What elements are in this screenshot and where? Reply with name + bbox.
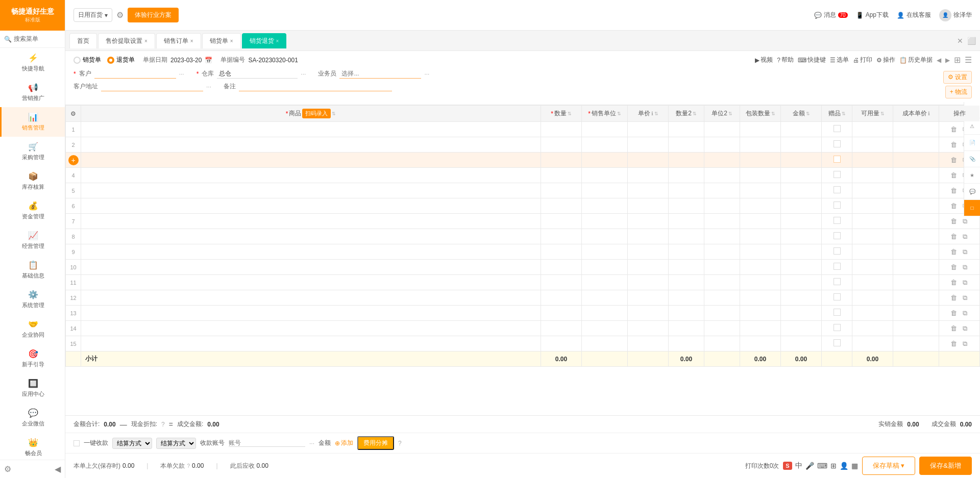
info-icon[interactable]: ℹ xyxy=(928,111,930,116)
copy-icon[interactable]: ⧉ xyxy=(961,263,970,272)
copy-icon[interactable]: ⧉ xyxy=(961,247,970,257)
gift-checkbox[interactable] xyxy=(834,202,841,209)
gift-cell[interactable] xyxy=(822,122,852,137)
delete-icon[interactable]: 🗑 xyxy=(949,232,959,241)
save-draft-btn[interactable]: 保存草稿 ▾ xyxy=(862,457,916,475)
gift-checkbox[interactable] xyxy=(834,125,841,132)
tab-close-icon[interactable]: × xyxy=(276,38,279,44)
sidebar-item-purchase[interactable]: 🛒 采购管理 xyxy=(0,137,65,166)
right-float-attachment[interactable]: 📎 xyxy=(964,151,980,167)
right-float-star[interactable]: ★ xyxy=(964,167,980,184)
available-cell[interactable] xyxy=(852,122,893,137)
sort-icon[interactable]: ⇅ xyxy=(568,111,572,116)
info-icon[interactable]: ℹ xyxy=(651,111,653,116)
gift-checkbox[interactable] xyxy=(834,171,841,178)
tab-close-icon[interactable]: × xyxy=(230,38,233,44)
tab-sale-price[interactable]: 售价提取设置 × xyxy=(98,33,155,48)
sort-icon[interactable]: ⇅ xyxy=(693,111,697,116)
next-icon[interactable]: ▶ xyxy=(945,57,950,64)
delete-icon[interactable]: 🗑 xyxy=(949,140,959,149)
sidebar-item-wechat[interactable]: 💬 企业微信 xyxy=(0,403,65,433)
unit2-cell[interactable] xyxy=(704,122,740,137)
select-btn[interactable]: ☰ 选单 xyxy=(830,56,849,64)
help-circle[interactable]: ? xyxy=(161,421,165,428)
qr-icon[interactable]: ▦ xyxy=(851,462,858,470)
gift-checkbox[interactable] xyxy=(834,278,841,285)
tab-sale-order[interactable]: 销售订单 × xyxy=(156,33,201,48)
amount-cell[interactable] xyxy=(781,122,822,137)
delete-icon[interactable]: 🗑 xyxy=(949,339,959,348)
gift-checkbox[interactable] xyxy=(834,156,841,163)
help-btn[interactable]: ? 帮助 xyxy=(777,56,794,64)
history-btn[interactable]: 📋 历史单据 xyxy=(899,56,933,64)
sidebar-item-basic[interactable]: 📋 基础信息 xyxy=(0,255,65,285)
copy-icon[interactable]: ⧉ xyxy=(961,339,970,348)
add-row-btn[interactable]: + xyxy=(68,155,79,165)
collapse-icon[interactable]: ◀ xyxy=(55,464,61,474)
staff-input[interactable] xyxy=(339,69,421,79)
experience-btn[interactable]: 体验行业方案 xyxy=(128,8,179,22)
copy-icon[interactable]: ⧉ xyxy=(961,278,970,287)
delete-icon[interactable]: 🗑 xyxy=(949,263,959,272)
delete-icon[interactable]: 🗑 xyxy=(949,125,959,134)
right-float-orange[interactable]: □ xyxy=(964,200,980,216)
sort-icon[interactable]: ⇅ xyxy=(654,111,658,116)
delete-icon[interactable]: 🗑 xyxy=(949,202,959,211)
calc-method-select[interactable]: 结算方式 xyxy=(156,438,196,449)
customer-input[interactable] xyxy=(94,69,176,79)
gift-checkbox[interactable] xyxy=(834,232,841,239)
warehouse-more-icon[interactable]: ··· xyxy=(301,70,306,78)
address-input[interactable] xyxy=(101,82,203,91)
radio-return[interactable]: 退货单 xyxy=(107,56,135,64)
sort-icon[interactable]: ⇅ xyxy=(728,111,732,116)
sort-icon[interactable]: ⇅ xyxy=(880,111,885,116)
prev-icon[interactable]: ◀ xyxy=(937,57,941,64)
cost-price-cell[interactable] xyxy=(893,122,939,137)
save-new-btn[interactable]: 保存&新增 xyxy=(919,457,972,475)
shortcut-btn[interactable]: ⌨ 快捷键 xyxy=(798,56,826,64)
settings-gear-icon[interactable]: ⚙ xyxy=(116,10,124,20)
qty-cell[interactable] xyxy=(541,122,582,137)
delete-icon[interactable]: 🗑 xyxy=(949,278,959,287)
right-float-msg[interactable]: 💬 xyxy=(964,184,980,200)
copy-icon[interactable]: ⧉ xyxy=(961,324,970,333)
delete-icon[interactable]: 🗑 xyxy=(949,293,959,303)
settings-btn[interactable]: ⚙ 设置 xyxy=(943,71,972,84)
copy-icon[interactable]: ⧉ xyxy=(961,293,970,303)
copy-icon[interactable]: ⧉ xyxy=(961,232,970,241)
goods-cell[interactable] xyxy=(81,137,541,153)
grid-icon[interactable]: ⊞ xyxy=(830,462,837,470)
settings-icon[interactable]: ⚙ xyxy=(4,464,11,474)
sidebar-item-system[interactable]: ⚙️ 系统管理 xyxy=(0,285,65,314)
col-settings[interactable]: ⚙ xyxy=(66,106,81,122)
settle-method-select[interactable]: 结算方式 xyxy=(112,438,152,449)
sidebar-item-enterprise[interactable]: 🤝 企业协同 xyxy=(0,314,65,344)
print-btn[interactable]: 🖨 打印 xyxy=(853,56,872,64)
goods-input[interactable] xyxy=(83,156,538,164)
mic-icon[interactable]: 🎤 xyxy=(805,462,814,470)
delete-icon[interactable]: 🗑 xyxy=(949,309,959,318)
sidebar-item-finance[interactable]: 💰 资金管理 xyxy=(0,196,65,225)
sidebar-item-operations[interactable]: 📈 经营管理 xyxy=(0,225,65,255)
add-logistics-btn[interactable]: + 物流 xyxy=(945,86,972,98)
sale-unit-cell[interactable] xyxy=(582,122,628,137)
gift-checkbox[interactable] xyxy=(834,140,841,147)
list-view-icon[interactable]: ☰ xyxy=(965,55,972,65)
sidebar-item-member[interactable]: 👑 畅会员 xyxy=(0,433,65,460)
search-menu-item[interactable]: 🔍 搜索菜单 xyxy=(0,31,65,48)
gift-checkbox[interactable] xyxy=(834,186,841,193)
sidebar-item-marketing[interactable]: 📢 营销推广 xyxy=(0,78,65,107)
tab-close-icon[interactable]: × xyxy=(144,38,148,44)
gift-checkbox[interactable] xyxy=(834,293,841,300)
copy-icon[interactable]: ⧉ xyxy=(961,217,970,226)
account-input[interactable] xyxy=(229,439,305,447)
one-click-pay-checkbox[interactable] xyxy=(74,440,80,446)
customer-more-icon[interactable]: ··· xyxy=(179,70,184,78)
operate-btn[interactable]: ⚙ 操作 xyxy=(876,56,895,64)
goods-cell-active[interactable] xyxy=(81,153,541,168)
app-download-group[interactable]: 📱 App下载 xyxy=(856,11,889,19)
sort-icon[interactable]: ⇅ xyxy=(771,111,775,116)
dots-more[interactable]: ··· xyxy=(309,440,314,447)
delete-icon[interactable]: 🗑 xyxy=(949,247,959,257)
message-group[interactable]: 💬 消息 70 xyxy=(814,11,848,19)
